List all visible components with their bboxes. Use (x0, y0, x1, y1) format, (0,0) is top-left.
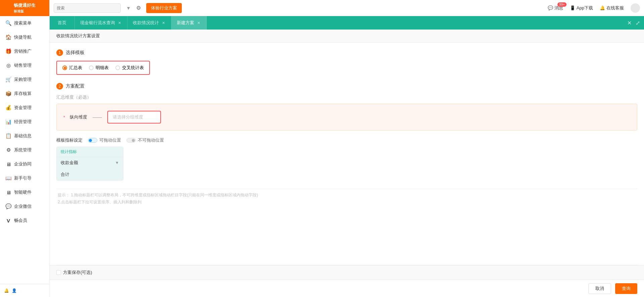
save-checkbox[interactable]: 方案保存(可选) (56, 269, 92, 276)
tab-receipts-label: 收款情况统计 (133, 20, 159, 26)
tab-receipts-close[interactable]: ✕ (161, 20, 166, 25)
sidebar-logo: 畅捷通好生 标准版 (0, 0, 49, 16)
tab-new-plan-close[interactable]: ✕ (196, 20, 201, 25)
content-area: 收款情况统计方案设置 1 选择模板 汇总表 (50, 30, 644, 280)
sidebar-item-smart-hw[interactable]: 🖥 智能硬件 (0, 185, 49, 199)
system-icon: ⚙ (5, 147, 11, 153)
dimension-label-text: 汇总维度（必选） (56, 95, 91, 100)
tabbar: 首页 现金银行流水查询 ✕ 收款情况统计 ✕ 新建方案 ✕ ✕ ⤢ (50, 16, 644, 30)
radio-summary[interactable]: 汇总表 (62, 65, 82, 71)
page-title-text: 收款情况统计方案设置 (56, 33, 100, 38)
template-selector: 汇总表 明细表 交叉统计表 (56, 61, 150, 75)
sidebar-item-label: 智能硬件 (14, 189, 32, 195)
sidebar-item-finance[interactable]: 💰 资金管理 (0, 101, 49, 115)
avatar[interactable] (631, 3, 640, 13)
tab-close-all-icon[interactable]: ✕ (627, 20, 632, 26)
support-label: 在线客服 (606, 5, 624, 11)
radio-detail[interactable]: 明细表 (89, 65, 109, 71)
member-icon: V (5, 218, 11, 224)
dimension-row: * 纵向维度 —— 请选择分组维度 (63, 111, 161, 123)
stat-item-total: 合计 (57, 169, 123, 180)
sidebar-bottom-icon1[interactable]: 🔔 (4, 288, 9, 293)
sidebar-bottom: 🔔 👤 (0, 284, 49, 297)
sidebar-item-operations[interactable]: 📊 经营管理 (0, 115, 49, 129)
sidebar-item-label: 基础信息 (14, 133, 32, 139)
sidebar-item-marketing[interactable]: 🎁 营销推广 (0, 44, 49, 58)
indicators-header: 模板指标设定 可拖动位置 不可拖动位置 (56, 137, 637, 143)
query-button[interactable]: 查询 (615, 283, 637, 294)
main-area: ▼ ⚙ 体验行业方案 💬 消息 99+ 📱 App下载 🔔 在线客服 首页 (50, 0, 644, 297)
purchase-icon: 🛒 (5, 77, 11, 83)
stat-item-dropdown-icon[interactable]: ▼ (115, 160, 119, 165)
step1-header: 1 选择模板 (56, 49, 637, 56)
search-input[interactable] (54, 3, 121, 13)
tab-new-plan[interactable]: 新建方案 ✕ (171, 16, 207, 30)
notification-button[interactable]: 💬 消息 99+ (548, 5, 563, 11)
search-dropdown-icon[interactable]: ▼ (126, 5, 131, 11)
draggable-label: 可拖动位置 (99, 137, 121, 143)
download-label: App下载 (577, 5, 593, 11)
tab-cashflow-label: 现金银行流水查询 (80, 20, 115, 26)
sidebar-item-quick-nav[interactable]: 🏠 快捷导航 (0, 30, 49, 44)
tab-cashflow-close[interactable]: ✕ (117, 20, 122, 25)
draggable-toggle-icon (88, 138, 97, 143)
sidebar-item-enterprise[interactable]: 🖥 企业协同 (0, 157, 49, 171)
download-button[interactable]: 📱 App下载 (570, 5, 593, 11)
cancel-button[interactable]: 取消 (588, 283, 611, 294)
non-draggable-label: 不可拖动位置 (138, 137, 164, 143)
content-inner: 收款情况统计方案设置 1 选择模板 汇总表 (50, 30, 644, 280)
dimension-config: 汇总维度（必选） * 纵向维度 —— 请选择分组维度 (56, 94, 637, 131)
save-checkbox-box (56, 270, 61, 275)
dimension-select[interactable]: 请选择分组维度 (107, 111, 161, 123)
support-icon: 🔔 (600, 5, 605, 10)
sidebar-item-purchase[interactable]: 🛒 采购管理 (0, 72, 49, 87)
sidebar-item-guide[interactable]: 📖 新手引导 (0, 171, 49, 185)
sidebar-item-wechat[interactable]: 💬 企业微信 (0, 199, 49, 213)
sidebar-bottom-icon2[interactable]: 👤 (12, 288, 17, 293)
form-body: 1 选择模板 汇总表 明细表 (50, 43, 644, 265)
step1-number: 1 (56, 49, 63, 56)
sidebar-item-label: 搜索菜单 (14, 20, 32, 26)
stat-item-total-label: 合计 (61, 171, 69, 178)
gear-icon[interactable]: ⚙ (136, 5, 141, 11)
basic-info-icon: 📋 (5, 133, 11, 139)
radio-summary-circle (62, 65, 67, 70)
brand-name: 畅捷通好生 (14, 2, 36, 8)
non-draggable-toggle-icon (126, 138, 136, 143)
page-title: 收款情况统计方案设置 (50, 30, 644, 43)
indicators-label: 模板指标设定 (56, 137, 83, 143)
non-draggable-toggle: 不可拖动位置 (126, 137, 164, 143)
tab-cashflow[interactable]: 现金银行流水查询 ✕ (75, 16, 127, 30)
inventory-icon: 📦 (5, 91, 11, 97)
step1-title: 选择模板 (66, 50, 85, 56)
radio-cross[interactable]: 交叉统计表 (115, 65, 144, 71)
step2-title: 方案配置 (66, 83, 85, 89)
tip-2: 2.点击标题栏下拉可设置排序、插入列和删除列 (56, 199, 637, 205)
sidebar-item-inventory[interactable]: 📦 库存核算 (0, 87, 49, 101)
radio-summary-label: 汇总表 (69, 65, 82, 71)
sidebar-item-search-menu[interactable]: 🔍 搜索菜单 (0, 16, 49, 30)
sidebar-item-basic-info[interactable]: 📋 基础信息 (0, 129, 49, 143)
radio-cross-label: 交叉统计表 (122, 65, 144, 71)
support-button[interactable]: 🔔 在线客服 (600, 5, 624, 11)
tab-home[interactable]: 首页 (50, 16, 75, 30)
step1-section: 1 选择模板 汇总表 明细表 (56, 49, 637, 75)
notification-icon: 💬 (548, 5, 553, 10)
sidebar-item-label: 经营管理 (14, 119, 32, 125)
sidebar-item-label: 采购管理 (14, 77, 32, 83)
trial-button[interactable]: 体验行业方案 (146, 3, 182, 13)
download-icon: 📱 (570, 5, 575, 10)
sidebar-item-label: 畅会员 (14, 217, 27, 224)
sidebar-item-sales[interactable]: ◎ 销售管理 (0, 58, 49, 72)
sidebar-item-system[interactable]: ⚙ 系统管理 (0, 143, 49, 157)
radio-detail-label: 明细表 (96, 65, 109, 71)
dimension-area: * 纵向维度 —— 请选择分组维度 (56, 104, 637, 131)
sidebar-item-member[interactable]: V 畅会员 (0, 213, 49, 228)
tab-new-plan-label: 新建方案 (177, 20, 194, 26)
sidebar-item-label: 系统管理 (14, 147, 32, 153)
tip-1: 提示： 1.拖动标题栏可以调整布局，不可跨维度或指标区域拖动栏目字段(只能在同一… (56, 192, 637, 198)
tab-expand-icon[interactable]: ⤢ (636, 20, 640, 26)
required-star: * (63, 115, 65, 120)
tab-receipts[interactable]: 收款情况统计 ✕ (127, 16, 171, 30)
stat-item-amount[interactable]: 收款金额 ▼ (57, 157, 123, 169)
